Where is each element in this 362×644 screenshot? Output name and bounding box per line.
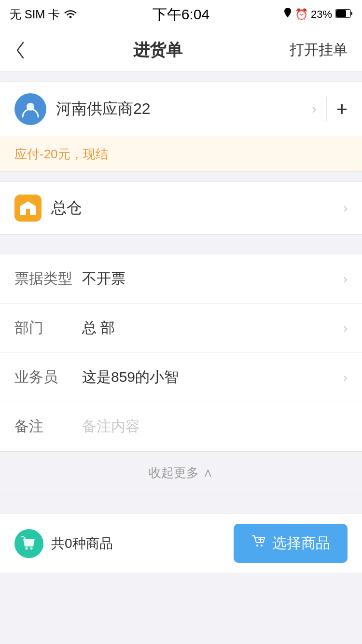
product-bar: 共0种商品 选择商品 — [0, 514, 362, 573]
supplier-avatar — [14, 93, 46, 125]
supplier-row[interactable]: 河南供应商22 › + — [0, 82, 362, 137]
product-count: 共0种商品 — [14, 529, 113, 558]
invoice-label: 票据类型 — [14, 269, 72, 289]
alarm-icon: ⏰ — [295, 8, 308, 21]
chevron-right-icon: › — [312, 101, 316, 117]
location-icon — [283, 8, 292, 21]
department-label: 部门 — [14, 318, 72, 338]
collapse-label: 收起更多 ∧ — [149, 465, 213, 480]
department-row[interactable]: 部门 总 部 › — [0, 304, 362, 353]
department-value: 总 部 — [82, 318, 338, 338]
supplier-notice: 应付-20元，现结 — [0, 137, 362, 171]
collapse-bar[interactable]: 收起更多 ∧ — [0, 451, 362, 494]
select-product-label: 选择商品 — [272, 533, 330, 553]
invoice-chevron-icon: › — [343, 271, 348, 287]
sales-chevron-icon: › — [343, 370, 348, 385]
carrier-label: 无 SIM 卡 — [10, 7, 60, 22]
back-button[interactable] — [14, 41, 26, 60]
product-count-label: 共0种商品 — [51, 534, 113, 553]
sales-value: 这是859的小智 — [82, 367, 338, 387]
warehouse-name: 总仓 — [51, 197, 338, 219]
invoice-row[interactable]: 票据类型 不开票 › — [0, 254, 362, 304]
svg-rect-1 — [336, 10, 346, 17]
supplier-divider — [326, 97, 327, 121]
cart-plus-icon — [251, 534, 266, 553]
svg-point-6 — [261, 545, 263, 546]
page-title: 进货单 — [133, 39, 182, 61]
status-right: ⏰ 23% — [283, 8, 352, 21]
section-gap-1 — [0, 71, 362, 81]
battery-label: 23% — [311, 8, 332, 21]
status-time: 下午6:04 — [153, 5, 209, 25]
warehouse-row[interactable]: 总仓 › — [0, 182, 362, 235]
status-left: 无 SIM 卡 — [10, 7, 77, 22]
sales-label: 业务员 — [14, 367, 72, 387]
supplier-name: 河南供应商22 — [56, 98, 307, 120]
svg-point-3 — [26, 547, 28, 549]
supplier-section: 河南供应商22 › + 应付-20元，现结 — [0, 81, 362, 172]
svg-point-5 — [256, 545, 258, 546]
open-pending-button[interactable]: 打开挂单 — [290, 40, 348, 60]
wifi-icon — [64, 8, 77, 21]
note-label: 备注 — [14, 417, 72, 436]
note-row[interactable]: 备注 备注内容 — [0, 402, 362, 451]
note-input[interactable]: 备注内容 — [82, 417, 348, 436]
svg-point-4 — [30, 547, 33, 549]
nav-bar: 进货单 打开挂单 — [0, 29, 362, 71]
product-icon — [14, 529, 43, 558]
invoice-value: 不开票 — [82, 269, 338, 289]
form-section: 票据类型 不开票 › 部门 总 部 › 业务员 这是859的小智 › 备注 备注… — [0, 254, 362, 451]
section-gap-2 — [0, 172, 362, 182]
add-supplier-button[interactable]: + — [336, 98, 348, 120]
sales-row[interactable]: 业务员 这是859的小智 › — [0, 353, 362, 402]
battery-icon — [335, 8, 352, 21]
section-gap-4 — [0, 494, 362, 504]
status-bar: 无 SIM 卡 下午6:04 ⏰ 23% — [0, 0, 362, 29]
warehouse-icon — [14, 195, 42, 222]
select-product-button[interactable]: 选择商品 — [234, 524, 348, 563]
warehouse-chevron-icon: › — [343, 200, 348, 216]
department-chevron-icon: › — [343, 321, 348, 336]
section-gap-3 — [0, 235, 362, 244]
